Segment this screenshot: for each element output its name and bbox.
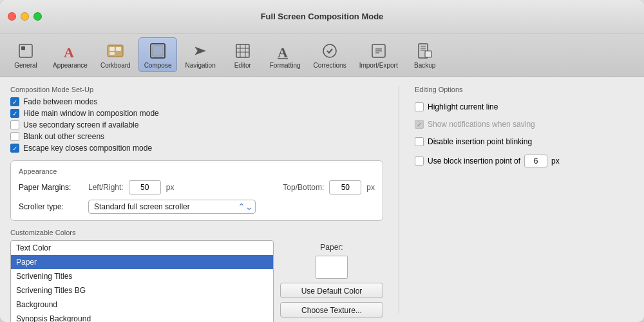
scroller-label: Scroller type: xyxy=(19,202,83,211)
top-bottom-px: px xyxy=(366,183,375,192)
corkboard-icon xyxy=(105,41,126,61)
title-bar: Full Screen Composition Mode xyxy=(0,0,644,33)
toolbar-item-navigation[interactable]: Navigation xyxy=(180,38,220,71)
left-right-input[interactable] xyxy=(129,180,161,194)
label-escape: Escape key closes composition mode xyxy=(23,144,152,153)
checkbox-disable-blink[interactable] xyxy=(415,137,424,146)
color-item-background[interactable]: Background xyxy=(11,298,273,312)
scroller-select-wrapper: Standard full screen scroller ⌃⌄ xyxy=(88,200,256,214)
color-item-synopsis-bg[interactable]: Synopsis Background xyxy=(11,312,273,322)
colors-right-panel: Paper: Use Default Color Choose Texture.… xyxy=(280,240,383,322)
formatting-label: Formatting xyxy=(270,62,301,69)
minimize-button[interactable] xyxy=(21,12,29,21)
vertical-divider xyxy=(399,86,399,313)
colors-list-container: Text Color Paper Scrivening Titles Scriv… xyxy=(10,240,274,322)
navigation-label: Navigation xyxy=(185,62,215,69)
compose-icon xyxy=(147,41,168,61)
toolbar-item-backup[interactable]: Backup xyxy=(406,38,444,71)
label-highlight-line: Highlight current line xyxy=(428,102,498,111)
checkbox-secondary[interactable] xyxy=(10,120,19,129)
appearance-label: Appearance xyxy=(53,62,88,69)
appearance-title: Appearance xyxy=(19,167,375,175)
colors-section: Customizable Colors Text Color Paper Scr… xyxy=(10,229,383,322)
backup-label: Backup xyxy=(414,62,435,69)
checkbox-row-fade: ✓ Fade between modes xyxy=(10,97,383,106)
composition-checkboxes: ✓ Fade between modes ✓ Hide main window … xyxy=(10,97,383,153)
appearance-icon: A xyxy=(60,41,80,61)
colors-content: Text Color Paper Scrivening Titles Scriv… xyxy=(10,240,383,322)
navigation-icon xyxy=(190,41,211,61)
window-title: Full Screen Composition Mode xyxy=(261,12,384,21)
checkbox-blank[interactable] xyxy=(10,132,19,141)
color-item-text-color[interactable]: Text Color xyxy=(11,241,273,255)
editing-row-block-insert: Use block insertion point of px xyxy=(415,155,634,167)
svg-rect-5 xyxy=(116,47,121,51)
import-export-icon xyxy=(368,41,389,61)
color-item-paper[interactable]: Paper xyxy=(11,255,273,269)
editor-icon xyxy=(232,41,253,61)
import-export-label: Import/Export xyxy=(359,62,398,69)
toolbar: General A Appearance Corkboard Compose xyxy=(0,33,644,77)
scroller-select[interactable]: Standard full screen scroller xyxy=(88,200,256,214)
main-content: Composition Mode Set-Up ✓ Fade between m… xyxy=(0,77,644,322)
colors-title: Customizable Colors xyxy=(10,229,383,236)
general-icon xyxy=(15,41,36,61)
toolbar-item-general[interactable]: General xyxy=(6,38,45,71)
toolbar-item-compose[interactable]: Compose xyxy=(138,37,178,72)
editing-row-disable-blink: Disable insertion point blinking xyxy=(415,137,634,146)
svg-marker-10 xyxy=(195,47,205,55)
left-right-px: px xyxy=(166,183,175,192)
main-window: Full Screen Composition Mode General A A… xyxy=(0,0,644,322)
color-item-scriv-titles[interactable]: Scrivening Titles xyxy=(11,269,273,283)
svg-point-18 xyxy=(323,44,336,57)
checkbox-hide-main[interactable]: ✓ xyxy=(10,109,19,118)
checkbox-escape[interactable]: ✓ xyxy=(10,144,19,153)
svg-rect-27 xyxy=(425,51,431,57)
checkbox-row-secondary: Use secondary screen if available xyxy=(10,120,383,129)
label-hide-main: Hide main window in composition mode xyxy=(23,109,159,118)
backup-icon xyxy=(415,41,435,61)
paper-margins-label: Paper Margins: xyxy=(19,183,83,192)
block-insert-value[interactable] xyxy=(524,155,547,167)
close-button[interactable] xyxy=(8,12,16,21)
svg-rect-1 xyxy=(21,46,25,50)
checkbox-row-blank: Blank out other screens xyxy=(10,132,383,141)
checkbox-highlight-line[interactable] xyxy=(415,102,424,111)
color-item-scriv-titles-bg[interactable]: Scrivening Titles BG xyxy=(11,283,273,298)
checkbox-block-insert[interactable] xyxy=(415,156,424,166)
corkboard-label: Corkboard xyxy=(100,62,131,69)
toolbar-item-corkboard[interactable]: Corkboard xyxy=(95,38,136,71)
formatting-icon: A xyxy=(275,41,296,61)
label-show-notif: Show notifications when saving xyxy=(428,120,535,129)
label-block-insert: Use block insertion point of xyxy=(428,156,520,166)
block-insert-px: px xyxy=(551,156,560,166)
svg-rect-4 xyxy=(109,47,115,51)
editor-label: Editor xyxy=(234,62,251,69)
editing-options-title: Editing Options xyxy=(415,86,634,93)
svg-text:A: A xyxy=(278,44,288,60)
left-panel: Composition Mode Set-Up ✓ Fade between m… xyxy=(10,86,383,313)
paper-preview xyxy=(316,256,348,279)
checkbox-row-escape: ✓ Escape key closes composition mode xyxy=(10,144,383,153)
label-blank: Blank out other screens xyxy=(23,132,104,141)
toolbar-item-editor[interactable]: Editor xyxy=(223,38,262,71)
toolbar-item-import-export[interactable]: Import/Export xyxy=(354,38,403,71)
svg-text:A: A xyxy=(64,44,74,60)
checkbox-fade[interactable]: ✓ xyxy=(10,97,19,106)
toolbar-item-appearance[interactable]: A Appearance xyxy=(48,38,93,71)
maximize-button[interactable] xyxy=(33,12,42,21)
compose-label: Compose xyxy=(144,62,172,69)
composition-mode-section: Composition Mode Set-Up ✓ Fade between m… xyxy=(10,86,383,153)
choose-texture-button[interactable]: Choose Texture... xyxy=(280,302,383,317)
checkbox-show-notif[interactable]: ✓ xyxy=(415,120,424,129)
editing-row-notifications: ✓ Show notifications when saving xyxy=(415,120,634,129)
top-bottom-input[interactable] xyxy=(329,180,361,194)
scroller-row: Scroller type: Standard full screen scro… xyxy=(19,200,375,214)
paper-label: Paper: xyxy=(320,243,343,252)
svg-rect-6 xyxy=(109,52,115,55)
appearance-section: Appearance Paper Margins: Left/Right: px… xyxy=(10,160,383,221)
corrections-label: Corrections xyxy=(314,62,346,69)
toolbar-item-formatting[interactable]: A Formatting xyxy=(265,38,306,71)
use-default-color-button[interactable]: Use Default Color xyxy=(280,283,383,298)
toolbar-item-corrections[interactable]: Corrections xyxy=(308,38,352,71)
